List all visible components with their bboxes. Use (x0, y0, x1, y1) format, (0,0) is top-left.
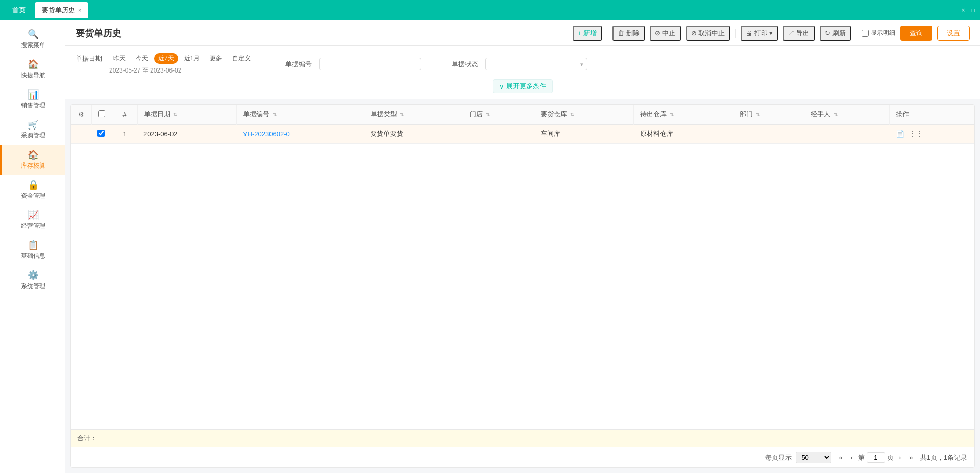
table-header-row: ⚙ # 单据日期 ⇅ 单据编号 (71, 105, 974, 125)
sidebar-item-search-menu[interactable]: 🔍 搜索菜单 (0, 25, 65, 55)
page-title: 要货单历史 (76, 27, 121, 39)
show-detail-toggle[interactable]: 显示明细 (862, 29, 895, 37)
sidebar-item-purchase[interactable]: 🛒 采购管理 (0, 115, 65, 145)
export-button[interactable]: ↗ 导出 (783, 26, 815, 41)
per-page-label: 每页显示 (765, 453, 792, 462)
row-actions: 📄 ⋮⋮ (896, 130, 968, 138)
add-button[interactable]: + 新增 (573, 26, 602, 41)
td-settings (71, 125, 91, 144)
order-no-label: 单据编号 (285, 60, 316, 69)
sort-reqwh-icon[interactable]: ⇅ (570, 112, 574, 117)
order-no-input[interactable] (319, 58, 421, 70)
row-more-icon[interactable]: ⋮⋮ (909, 130, 923, 138)
td-order-no: YH-20230602-0 (237, 125, 364, 144)
sidebar-item-operations[interactable]: 📈 经营管理 (0, 205, 65, 235)
expand-icon: ∨ (499, 83, 504, 90)
main-content: 要货单历史 + 新增 🗑 删除 ⊘ 中止 ⊘ 取消中止 🖨 打印 ▾ ↗ 导出 … (65, 20, 980, 473)
next-page-btn[interactable]: › (896, 453, 904, 462)
date-btn-more[interactable]: 更多 (206, 53, 226, 64)
table-area: ⚙ # 单据日期 ⇅ 单据编号 (70, 104, 975, 468)
page-label: 第 (858, 453, 865, 462)
page-number-input[interactable] (867, 452, 885, 463)
system-icon: ⚙️ (28, 271, 39, 280)
sales-icon: 📊 (28, 90, 39, 99)
status-label: 单据状态 (452, 60, 482, 69)
date-btn-yesterday[interactable]: 昨天 (109, 53, 130, 64)
sort-date-icon[interactable]: ⇅ (173, 112, 177, 117)
sidebar-item-quick-nav[interactable]: 🏠 快捷导航 (0, 55, 65, 85)
date-btn-custom[interactable]: 自定义 (228, 53, 255, 64)
home-icon: 🏠 (28, 60, 39, 69)
sidebar-item-sales[interactable]: 📊 销售管理 (0, 85, 65, 115)
sort-store-icon[interactable]: ⇅ (486, 112, 490, 117)
expand-more-button[interactable]: ∨ 展开更多条件 (493, 79, 553, 93)
table-row: 1 2023-06-02 YH-20230602-0 要货单要货 车间库 原材料… (71, 125, 974, 144)
query-button[interactable]: 查询 (900, 26, 932, 41)
show-detail-checkbox[interactable] (862, 30, 869, 37)
data-table: ⚙ # 单据日期 ⇅ 单据编号 (71, 105, 974, 144)
status-select-wrap (485, 58, 587, 70)
td-date: 2023-06-02 (137, 125, 237, 144)
summary-row: 合计： (71, 429, 974, 447)
top-bar: 首页 要货单历史 × × □ (0, 0, 980, 20)
purchase-icon: 🛒 (28, 120, 39, 129)
th-store: 门店 ⇅ (463, 105, 534, 125)
table-footer: 每页显示 50 10 20 100 « ‹ 第 页 › » 共1页，1条记录 (71, 447, 974, 467)
layout: 🔍 搜索菜单 🏠 快捷导航 📊 销售管理 🛒 采购管理 🏠 库存核算 🔒 资金管… (0, 20, 980, 473)
expand-row: ∨ 展开更多条件 (76, 79, 970, 93)
prev-page-btn[interactable]: ‹ (848, 453, 856, 462)
date-btn-1month[interactable]: 近1月 (180, 53, 204, 64)
summary-label: 合计： (77, 434, 97, 443)
sort-type-icon[interactable]: ⇅ (400, 112, 404, 117)
th-checkbox (91, 105, 112, 125)
tab-active[interactable]: 要货单历史 × (35, 2, 88, 18)
window-minimize-btn[interactable]: □ (971, 7, 975, 14)
sidebar-item-inventory[interactable]: 🏠 库存核算 (0, 145, 65, 175)
table-settings-icon[interactable]: ⚙ (78, 111, 84, 119)
per-page-select[interactable]: 50 10 20 100 (796, 452, 831, 463)
date-buttons: 昨天 今天 近7天 近1月 更多 自定义 (109, 53, 255, 64)
th-settings[interactable]: ⚙ (71, 105, 91, 125)
delete-button[interactable]: 🗑 删除 (612, 26, 645, 41)
stop-button[interactable]: ⊘ 中止 (650, 26, 681, 41)
divider-3 (856, 29, 856, 38)
inventory-icon: 🏠 (28, 150, 39, 159)
date-btn-today[interactable]: 今天 (132, 53, 152, 64)
sort-handler-icon[interactable]: ⇅ (834, 112, 838, 117)
row-edit-icon[interactable]: 📄 (896, 130, 904, 138)
sidebar-item-system[interactable]: ⚙️ 系统管理 (0, 266, 65, 296)
refresh-button[interactable]: ↻ 刷新 (820, 26, 851, 41)
td-num: 1 (112, 125, 137, 144)
page-suffix: 页 (887, 453, 894, 462)
sidebar-item-finance[interactable]: 🔒 资金管理 (0, 175, 65, 205)
select-all-checkbox[interactable] (98, 110, 105, 117)
td-type: 要货单要货 (364, 125, 463, 144)
last-page-btn[interactable]: » (906, 453, 916, 462)
td-handler (804, 125, 890, 144)
filter-area: 单据日期 昨天 今天 近7天 近1月 更多 自定义 2023-05-27 至 2… (65, 46, 980, 99)
sort-orderno-icon[interactable]: ⇅ (273, 112, 277, 117)
table-wrap: ⚙ # 单据日期 ⇅ 单据编号 (71, 105, 974, 429)
sort-pendingwh-icon[interactable]: ⇅ (670, 112, 674, 117)
first-page-btn[interactable]: « (836, 453, 845, 462)
date-range-text: 2023-05-27 至 2023-06-02 (109, 66, 255, 75)
tab-home[interactable]: 首页 (5, 2, 33, 18)
th-order-no: 单据编号 ⇅ (237, 105, 364, 125)
toolbar: + 新增 🗑 删除 ⊘ 中止 ⊘ 取消中止 🖨 打印 ▾ ↗ 导出 ↻ 刷新 显… (573, 26, 970, 41)
close-tab-icon[interactable]: × (78, 7, 81, 13)
operations-icon: 📈 (28, 210, 39, 220)
th-pending-warehouse: 待出仓库 ⇅ (634, 105, 733, 125)
search-menu-icon: 🔍 (28, 30, 39, 39)
status-select[interactable] (485, 58, 587, 70)
sort-dept-icon[interactable]: ⇅ (756, 112, 760, 117)
order-no-link[interactable]: YH-20230602-0 (243, 130, 290, 138)
date-btn-7days[interactable]: 近7天 (154, 53, 178, 64)
sidebar-item-basic-info[interactable]: 📋 基础信息 (0, 235, 65, 266)
settings-button[interactable]: 设置 (937, 26, 970, 41)
print-button[interactable]: 🖨 打印 ▾ (741, 26, 778, 41)
page-header: 要货单历史 + 新增 🗑 删除 ⊘ 中止 ⊘ 取消中止 🖨 打印 ▾ ↗ 导出 … (65, 20, 980, 46)
window-close-btn[interactable]: × (962, 7, 965, 14)
row-checkbox[interactable] (97, 130, 105, 137)
cancel-stop-button[interactable]: ⊘ 取消中止 (686, 26, 730, 41)
td-actions: 📄 ⋮⋮ (890, 125, 974, 144)
